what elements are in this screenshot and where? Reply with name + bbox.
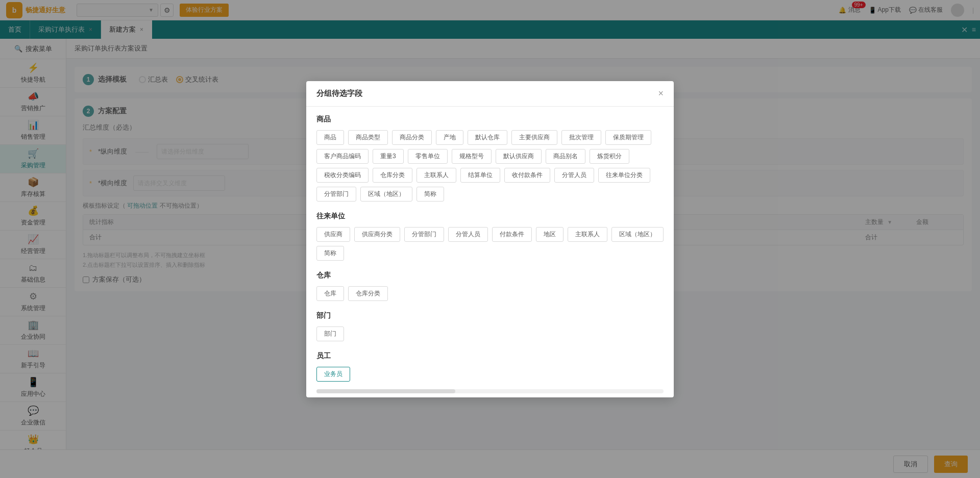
field-tag[interactable]: 往来单位分类 xyxy=(598,168,650,183)
field-tag[interactable]: 商品类型 xyxy=(348,130,388,145)
field-tag[interactable]: 供应商 xyxy=(316,227,350,242)
field-tag[interactable]: 分管部门 xyxy=(316,187,356,202)
field-group-warehouse: 仓库 仓库 仓库分类 xyxy=(316,271,664,301)
field-tag[interactable]: 主联系人 xyxy=(568,227,607,242)
modal-body: 商品 商品 商品类型 商品分类 产地 默认仓库 主要供应商 批次管理 保质期管理… xyxy=(306,107,674,389)
field-select-modal: 分组待选字段 × 商品 商品 商品类型 商品分类 产地 默认仓库 主要供应商 批… xyxy=(306,81,674,397)
field-group-warehouse-title: 仓库 xyxy=(316,271,664,280)
field-tag[interactable]: 商品 xyxy=(316,130,344,145)
field-tag[interactable]: 默认仓库 xyxy=(468,130,507,145)
field-tag[interactable]: 商品分类 xyxy=(392,130,432,145)
field-tag[interactable]: 仓库 xyxy=(316,286,344,301)
field-tag[interactable]: 主要供应商 xyxy=(511,130,557,145)
modal-hscrollbar[interactable] xyxy=(316,389,664,393)
field-tag[interactable]: 默认供应商 xyxy=(496,149,542,164)
field-tag[interactable]: 炼货积分 xyxy=(590,149,629,164)
modal-title: 分组待选字段 xyxy=(316,89,362,98)
field-tag[interactable]: 仓库分类 xyxy=(373,168,412,183)
modal-header: 分组待选字段 × xyxy=(306,81,674,107)
field-group-partner: 往来单位 供应商 供应商分类 分管部门 分管人员 付款条件 地区 主联系人 区域… xyxy=(316,212,664,261)
field-tag[interactable]: 仓库分类 xyxy=(348,286,388,301)
field-tag[interactable]: 主联系人 xyxy=(416,168,456,183)
field-tag[interactable]: 批次管理 xyxy=(561,130,601,145)
modal-close-button[interactable]: × xyxy=(658,88,664,99)
field-tag[interactable]: 供应商分类 xyxy=(354,227,400,242)
warehouse-fields: 仓库 仓库分类 xyxy=(316,286,664,301)
department-fields: 部门 xyxy=(316,326,664,341)
field-tag[interactable]: 产地 xyxy=(436,130,463,145)
field-tag[interactable]: 简称 xyxy=(316,246,344,261)
modal-overlay: 分组待选字段 × 商品 商品 商品类型 商品分类 产地 默认仓库 主要供应商 批… xyxy=(0,0,980,478)
field-tag[interactable]: 零售单位 xyxy=(408,149,448,164)
field-tag[interactable]: 简称 xyxy=(416,187,444,202)
field-tag[interactable]: 业务员 xyxy=(316,367,350,382)
field-tag[interactable]: 分管人员 xyxy=(448,227,488,242)
field-tag[interactable]: 保质期管理 xyxy=(605,130,651,145)
employee-fields: 业务员 xyxy=(316,367,664,382)
field-tag[interactable]: 分管人员 xyxy=(554,168,594,183)
field-tag[interactable]: 地区 xyxy=(536,227,564,242)
field-group-product: 商品 商品 商品类型 商品分类 产地 默认仓库 主要供应商 批次管理 保质期管理… xyxy=(316,115,664,202)
field-group-employee: 员工 业务员 xyxy=(316,351,664,382)
field-tag[interactable]: 部门 xyxy=(316,326,344,341)
partner-fields: 供应商 供应商分类 分管部门 分管人员 付款条件 地区 主联系人 区域（地区） … xyxy=(316,227,664,261)
field-group-partner-title: 往来单位 xyxy=(316,212,664,221)
field-tag[interactable]: 商品别名 xyxy=(546,149,585,164)
field-tag[interactable]: 客户商品编码 xyxy=(316,149,369,164)
field-tag[interactable]: 结算单位 xyxy=(460,168,500,183)
field-tag[interactable]: 付款条件 xyxy=(492,227,532,242)
field-tag[interactable]: 收付款条件 xyxy=(504,168,550,183)
field-group-employee-title: 员工 xyxy=(316,351,664,361)
field-group-product-title: 商品 xyxy=(316,115,664,124)
field-tag[interactable]: 区域（地区） xyxy=(360,187,412,202)
product-fields: 商品 商品类型 商品分类 产地 默认仓库 主要供应商 批次管理 保质期管理 客户… xyxy=(316,130,664,202)
field-group-department-title: 部门 xyxy=(316,311,664,320)
field-tag[interactable]: 重量3 xyxy=(373,149,404,164)
field-tag[interactable]: 规格型号 xyxy=(452,149,492,164)
field-group-department: 部门 部门 xyxy=(316,311,664,341)
field-tag[interactable]: 分管部门 xyxy=(404,227,444,242)
modal-hscrollbar-area xyxy=(306,389,674,397)
field-tag[interactable]: 税收分类编码 xyxy=(316,168,369,183)
field-tag[interactable]: 区域（地区） xyxy=(611,227,664,242)
